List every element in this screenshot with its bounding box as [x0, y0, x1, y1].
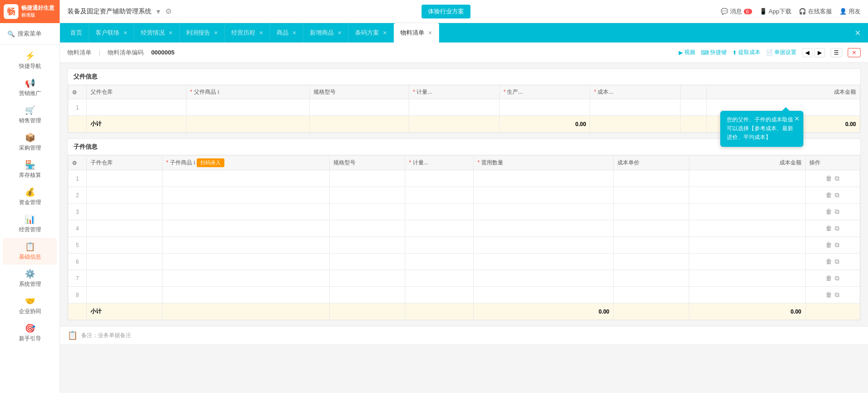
shortcuts-btn[interactable]: ⌨ 快捷键	[701, 48, 727, 56]
sidebar-item-inventory[interactable]: 🏪 库存核算	[3, 156, 57, 183]
prev-btn[interactable]: ◀	[802, 48, 813, 57]
child-row-6-warehouse[interactable]	[87, 254, 163, 270]
child-row-4-quantity[interactable]	[474, 220, 613, 237]
child-row-3-warehouse[interactable]	[87, 204, 163, 220]
search-menu-btn[interactable]: 🔍 搜索菜单	[4, 27, 56, 41]
parent-col-settings[interactable]: ⚙	[68, 85, 87, 99]
child-row-2-product[interactable]	[162, 187, 329, 204]
tab-bom-close[interactable]: ✕	[428, 30, 432, 36]
child-row-3-unit[interactable]	[405, 204, 474, 220]
sidebar-item-enterprise[interactable]: 🤝 企业协同	[3, 292, 57, 319]
child-row-5-product[interactable]	[162, 237, 329, 254]
tab-history[interactable]: 经营历程 ✕	[225, 23, 270, 42]
copy-icon-4[interactable]: ⧉	[835, 224, 839, 232]
child-row-8-warehouse[interactable]	[87, 287, 163, 303]
tab-profit[interactable]: 利润报告 ✕	[180, 23, 225, 42]
parent-row-1-unit[interactable]	[409, 99, 500, 116]
user-btn[interactable]: 👤 用友	[839, 7, 861, 16]
child-row-5-warehouse[interactable]	[87, 237, 163, 254]
child-row-4-unit[interactable]	[405, 220, 474, 237]
child-row-4-warehouse[interactable]	[87, 220, 163, 237]
child-row-2-unit-cost[interactable]	[613, 187, 689, 204]
parent-row-1-production[interactable]	[500, 99, 590, 116]
child-row-5-unit[interactable]	[405, 237, 474, 254]
tab-bom[interactable]: 物料清单 ✕	[394, 23, 439, 42]
child-row-7-unit[interactable]	[405, 270, 474, 287]
copy-icon-1[interactable]: ⧉	[835, 175, 839, 182]
scan-btn[interactable]: 扫码录入	[197, 158, 224, 167]
child-row-5-quantity[interactable]	[474, 237, 613, 254]
extract-cost-btn[interactable]: ⬆ 提取成本	[732, 48, 760, 56]
child-row-1-spec[interactable]	[329, 170, 405, 187]
copy-icon-5[interactable]: ⧉	[835, 241, 839, 249]
child-row-2-unit[interactable]	[405, 187, 474, 204]
sidebar-item-purchase[interactable]: 📦 采购管理	[3, 129, 57, 156]
app-download-btn[interactable]: 📱 App下载	[760, 7, 791, 16]
child-row-3-quantity[interactable]	[474, 204, 613, 220]
child-row-6-unit[interactable]	[405, 254, 474, 270]
child-row-1-warehouse[interactable]	[87, 170, 163, 187]
child-row-7-warehouse[interactable]	[87, 270, 163, 287]
child-row-8-product[interactable]	[162, 287, 329, 303]
child-row-3-product[interactable]	[162, 204, 329, 220]
tab-operations[interactable]: 经营情况 ✕	[134, 23, 180, 42]
child-row-1-unit-cost[interactable]	[613, 170, 689, 187]
child-row-7-spec[interactable]	[329, 270, 405, 287]
delete-icon-2[interactable]: 🗑	[826, 191, 832, 199]
child-row-3-spec[interactable]	[329, 204, 405, 220]
child-row-1-unit[interactable]	[405, 170, 474, 187]
tab-home[interactable]: 首页	[64, 23, 89, 42]
tab-products-close[interactable]: ✕	[292, 30, 296, 36]
child-row-2-spec[interactable]	[329, 187, 405, 204]
delete-icon-6[interactable]: 🗑	[826, 258, 832, 266]
child-row-4-unit-cost[interactable]	[613, 220, 689, 237]
next-btn[interactable]: ▶	[814, 48, 825, 57]
tab-customer-close[interactable]: ✕	[123, 30, 127, 36]
child-row-2-quantity[interactable]	[474, 187, 613, 204]
child-row-7-product[interactable]	[162, 270, 329, 287]
child-row-8-unit-cost[interactable]	[613, 287, 689, 303]
child-row-5-unit-cost[interactable]	[613, 237, 689, 254]
page-close-btn[interactable]: ✕	[848, 48, 861, 57]
tooltip-close-btn[interactable]: ✕	[794, 114, 800, 124]
copy-icon-8[interactable]: ⧉	[835, 291, 839, 299]
child-row-8-quantity[interactable]	[474, 287, 613, 303]
child-row-6-quantity[interactable]	[474, 254, 613, 270]
sidebar-item-system[interactable]: ⚙️ 系统管理	[3, 265, 57, 292]
tab-operations-close[interactable]: ✕	[169, 30, 173, 36]
sidebar-item-marketing[interactable]: 📢 营销推广	[3, 74, 57, 101]
sidebar-item-basic-info[interactable]: 📋 基础信息	[3, 238, 57, 265]
child-row-4-product[interactable]	[162, 220, 329, 237]
sidebar-item-finance[interactable]: 💰 资金管理	[3, 183, 57, 210]
child-row-6-product[interactable]	[162, 254, 329, 270]
delete-icon-4[interactable]: 🗑	[826, 224, 832, 232]
parent-row-1-spec[interactable]	[309, 99, 409, 116]
child-col-settings[interactable]: ⚙	[68, 156, 87, 170]
window-close-btn[interactable]: ✕	[855, 29, 861, 37]
online-service-btn[interactable]: 🎧 在线客服	[799, 7, 832, 16]
child-row-6-spec[interactable]	[329, 254, 405, 270]
delete-icon-8[interactable]: 🗑	[826, 291, 832, 299]
child-row-7-quantity[interactable]	[474, 270, 613, 287]
tab-products[interactable]: 商品 ✕	[270, 23, 303, 42]
gear-settings-icon[interactable]: ⚙	[165, 7, 172, 16]
copy-icon-6[interactable]: ⧉	[835, 258, 839, 266]
tab-history-close[interactable]: ✕	[259, 30, 263, 36]
delete-icon-5[interactable]: 🗑	[826, 241, 832, 249]
dropdown-icon[interactable]: ▼	[155, 8, 162, 15]
child-row-1-quantity[interactable]	[474, 170, 613, 187]
tab-profit-close[interactable]: ✕	[214, 30, 218, 36]
child-row-2-warehouse[interactable]	[87, 187, 163, 204]
copy-icon-2[interactable]: ⧉	[835, 191, 839, 199]
single-settings-btn[interactable]: 📄 单据设置	[766, 48, 796, 56]
sidebar-item-operations-mgr[interactable]: 📊 经营管理	[3, 211, 57, 237]
sidebar-item-sales[interactable]: 🛒 销售管理	[3, 102, 57, 128]
child-row-1-product[interactable]	[162, 170, 329, 187]
child-row-5-spec[interactable]	[329, 237, 405, 254]
child-row-8-spec[interactable]	[329, 287, 405, 303]
tab-barcode-close[interactable]: ✕	[383, 30, 387, 36]
sidebar-item-quick-nav[interactable]: ⚡ 快捷导航	[3, 47, 57, 74]
view-video-btn[interactable]: ▶ 视频	[679, 48, 695, 56]
child-row-4-spec[interactable]	[329, 220, 405, 237]
delete-icon-1[interactable]: 🗑	[826, 175, 832, 182]
